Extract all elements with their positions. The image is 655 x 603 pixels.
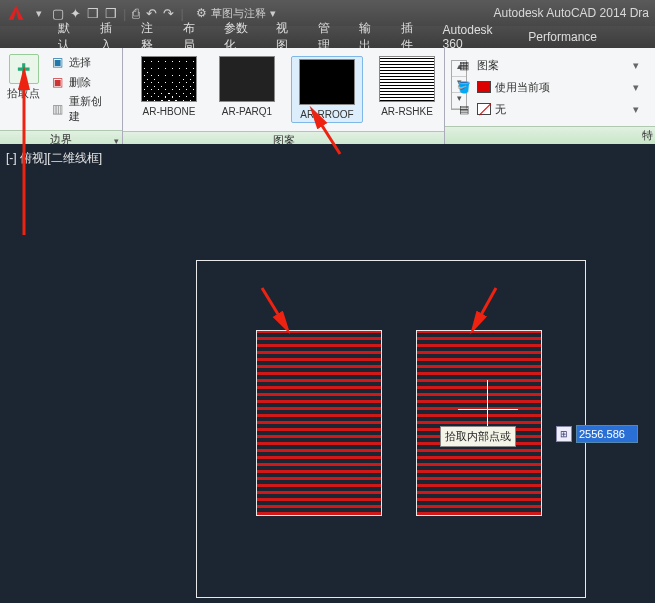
hatched-rect-right — [416, 330, 542, 516]
pattern-swatch — [299, 59, 355, 105]
panel-pattern: AR-HBONE AR-PARQ1 AR-RROOF AR-RSHKE ▴ ▾ — [123, 48, 445, 143]
layer-icon: ▤ — [455, 101, 473, 117]
pattern-swatch — [219, 56, 275, 102]
prop-background[interactable]: ▤ 无 ▾ — [455, 98, 645, 120]
ribbon-tabs: 默认 插入 注释 布局 参数化 视图 管理 输出 插件 Autodesk 360… — [0, 26, 655, 48]
chevron-down-icon[interactable]: ▾ — [633, 103, 645, 116]
panel-boundary: ✚ 拾取点 ▣ 选择 ▣ 删除 ▥ 重新创建 边界 ▾ — [0, 48, 123, 143]
select-label: 选择 — [69, 55, 91, 70]
hatched-rect-left — [256, 330, 382, 516]
pick-points-label: 拾取点 — [6, 86, 41, 101]
pattern-label: AR-HBONE — [143, 106, 196, 117]
chevron-down-icon[interactable]: ▾ — [633, 59, 645, 72]
pattern-label: AR-RROOF — [300, 109, 353, 120]
viewport-label[interactable]: [-] 俯视][二维线框] — [6, 150, 102, 167]
remove-label: 删除 — [69, 75, 91, 90]
hatch-pattern-icon: ▦ — [455, 57, 473, 73]
hatch-fill — [417, 331, 541, 515]
dynamic-input: ⊞ — [556, 425, 638, 443]
pattern-ar-rshke[interactable]: AR-RSHKE — [373, 56, 441, 117]
chevron-down-icon[interactable]: ▾ — [633, 81, 645, 94]
app-title: Autodesk AutoCAD 2014 Dra — [494, 6, 655, 20]
pattern-ar-parq1[interactable]: AR-PARQ1 — [213, 56, 281, 117]
color-swatch-red — [477, 81, 491, 93]
command-tooltip: 拾取内部点或 — [440, 426, 516, 447]
panel-properties: ▦ 图案 ▾ 🪣 使用当前项 ▾ ▤ 无 ▾ 特 — [445, 48, 655, 143]
pick-points-icon: ✚ — [17, 60, 30, 79]
drawing-canvas[interactable]: [-] 俯视][二维线框] 拾取内部点或 ⊞ — [0, 144, 655, 603]
pattern-ar-hbone[interactable]: AR-HBONE — [135, 56, 203, 117]
prop-bg-label: 无 — [495, 102, 629, 117]
pattern-ar-rroof[interactable]: AR-RROOF — [291, 56, 363, 123]
dynamic-input-icon: ⊞ — [556, 426, 572, 442]
recreate-label: 重新创建 — [69, 94, 112, 124]
prop-pattern[interactable]: ▦ 图案 ▾ — [455, 54, 645, 76]
pattern-swatch — [379, 56, 435, 102]
app-menu-dropdown-icon[interactable]: ▾ — [32, 7, 46, 20]
panel-properties-title: 特 — [445, 126, 655, 144]
ribbon: ✚ 拾取点 ▣ 选择 ▣ 删除 ▥ 重新创建 边界 ▾ — [0, 48, 655, 144]
color-swatch-none — [477, 103, 491, 115]
coord-input[interactable] — [576, 425, 638, 443]
remove-icon: ▣ — [49, 74, 65, 90]
bucket-icon: 🪣 — [455, 79, 473, 95]
hatch-fill — [257, 331, 381, 515]
tab-performance[interactable]: Performance — [518, 27, 607, 47]
select-button[interactable]: ▣ 选择 — [45, 52, 116, 72]
pick-points-button[interactable]: ✚ 拾取点 — [6, 52, 41, 101]
prop-pattern-label: 图案 — [477, 58, 629, 73]
prop-color-label: 使用当前项 — [495, 80, 629, 95]
remove-button[interactable]: ▣ 删除 — [45, 72, 116, 92]
pattern-label: AR-RSHKE — [381, 106, 433, 117]
recreate-icon: ▥ — [49, 101, 65, 117]
pattern-label: AR-PARQ1 — [222, 106, 272, 117]
select-icon: ▣ — [49, 54, 65, 70]
pattern-swatch — [141, 56, 197, 102]
app-logo[interactable] — [0, 1, 32, 25]
recreate-button[interactable]: ▥ 重新创建 — [45, 92, 116, 126]
prop-color[interactable]: 🪣 使用当前项 ▾ — [455, 76, 645, 98]
